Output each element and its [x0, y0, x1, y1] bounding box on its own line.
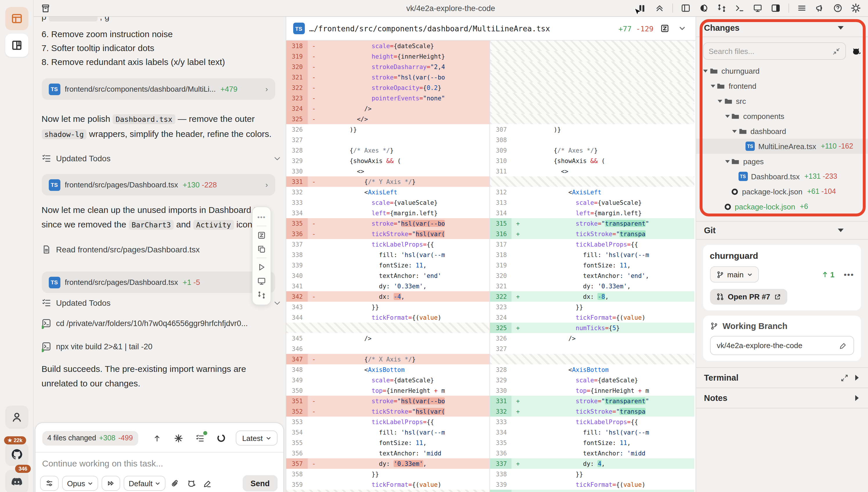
run-play-icon[interactable] [253, 260, 271, 274]
file-change-chip[interactable]: TSfrontend/src/pages/Dashboard.tsx+1 -5 [42, 272, 275, 293]
fast-forward-button[interactable] [101, 476, 120, 491]
kanban-board-button[interactable] [5, 34, 28, 57]
tree-folder-src[interactable]: src [696, 93, 868, 108]
updated-todos-row[interactable]: Updated Todos [42, 296, 281, 309]
tree-label: frontend [729, 81, 756, 90]
diff-half-circle-icon[interactable] [699, 3, 709, 13]
open-pr-button[interactable]: Open PR #7 [710, 289, 788, 304]
branch-dropdown[interactable]: main [710, 266, 758, 282]
edit-pencil-icon[interactable] [839, 341, 847, 349]
diff-marker [307, 187, 320, 197]
read-file-row[interactable]: Read frontend/src/pages/Dashboard.tsx [42, 244, 277, 255]
collapse-chevron-icon[interactable] [676, 22, 688, 35]
expand-triangle-icon[interactable] [855, 395, 859, 401]
file-change-chip[interactable]: TSfrontend/src/components/dashboard/Mult… [42, 78, 275, 100]
terminal-prompt-icon[interactable] [734, 3, 745, 13]
terminal-command-row[interactable]: npx vite build 2>&1 | tail -20 [42, 341, 277, 352]
diff-code-row: 320- strokeDasharray="2,4 [286, 62, 489, 72]
changes-section-header[interactable]: Changes [696, 19, 868, 36]
message-input[interactable]: Continue working on this task... [42, 458, 276, 468]
tree-caret-icon[interactable] [709, 84, 717, 87]
tree-file-Dashboard.tsx[interactable]: TSDashboard.tsx+131 -233 [696, 169, 868, 184]
workspace-layout-button[interactable] [5, 7, 28, 30]
settings-sliders-button[interactable] [40, 476, 58, 491]
expand-icon[interactable] [841, 374, 848, 382]
diff-marker [512, 417, 524, 427]
diff-editor-icon[interactable] [658, 22, 671, 35]
todos-status-icon[interactable] [193, 432, 206, 444]
commits-ahead[interactable]: 1 [822, 270, 834, 279]
code-line: fill: 'hsl(var(--m [320, 427, 445, 438]
megaphone-icon[interactable] [815, 3, 825, 13]
line-number: 352 [286, 406, 307, 417]
expand-triangle-icon[interactable] [855, 375, 859, 380]
more-dots-icon[interactable]: ••• [844, 270, 854, 279]
cat-filter-icon[interactable] [851, 46, 861, 56]
tree-file-package-lock.json[interactable]: package-lock.json+6 [696, 199, 868, 214]
diff-old-pane[interactable]: 318- scale={dateScale}319- height={inner… [286, 41, 490, 492]
diff-marker [512, 270, 524, 281]
settings-gear-icon[interactable] [850, 3, 861, 13]
code-line: {showAxis && ( [524, 155, 605, 166]
send-button[interactable]: Send [243, 475, 277, 491]
git-compare-icon[interactable] [717, 3, 727, 13]
monitor-icon[interactable] [253, 274, 271, 288]
file-search-box[interactable] [703, 42, 846, 60]
tree-caret-icon[interactable] [731, 130, 738, 132]
tree-caret-icon[interactable] [716, 99, 724, 102]
spark-burst-icon[interactable] [172, 432, 185, 444]
search-input[interactable] [709, 47, 832, 55]
tree-label: components [743, 112, 784, 120]
help-icon[interactable] [832, 3, 843, 13]
file-change-chip[interactable]: TSfrontend/src/pages/Dashboard.tsx+130 -… [42, 174, 275, 196]
diff-new-pane[interactable]: 307 )}308309 {/* Axes */}310 {showAxis &… [490, 41, 694, 492]
tree-caret-icon[interactable] [723, 115, 731, 118]
github-button[interactable]: ★ 22k [5, 443, 28, 466]
tree-caret-icon[interactable] [702, 69, 709, 72]
collapse-up-icon[interactable] [654, 3, 665, 13]
tree-label: Dashboard.tsx [751, 172, 800, 181]
status-green-dot [42, 325, 44, 329]
copy-icon[interactable] [253, 242, 271, 256]
code-line: textAnchor: 'midd [320, 448, 441, 458]
diff-gap-row [490, 114, 694, 124]
tree-folder-frontend[interactable]: frontend [696, 78, 868, 93]
collapse-tree-icon[interactable] [832, 47, 840, 55]
panel-left-icon[interactable] [680, 3, 691, 13]
mode-dropdown[interactable]: Default [123, 476, 165, 491]
files-changed-chip[interactable]: 4 files changed +308 -499 [42, 431, 138, 445]
tree-file-package-lock.json[interactable]: package-lock.json+61 -104 [696, 184, 868, 199]
diff-marker [512, 302, 524, 312]
tree-file-MultiLineArea.tsx[interactable]: TSMultiLineArea.tsx+110 -162 [696, 139, 868, 154]
diff-editor-icon[interactable] [253, 228, 271, 242]
composer: 4 files changed +308 -499 [34, 422, 284, 492]
latest-dropdown[interactable]: Latest [236, 430, 277, 446]
discord-button[interactable]: 346 [5, 470, 28, 492]
tree-folder-churnguard[interactable]: churnguard [696, 63, 868, 78]
attach-paperclip-icon[interactable] [169, 477, 182, 490]
model-dropdown[interactable]: Opus [62, 476, 98, 491]
notes-section-header[interactable]: Notes [696, 388, 868, 408]
cat-agent-icon[interactable] [185, 477, 198, 490]
updated-todos-row[interactable]: Updated Todos [42, 152, 281, 165]
code-line: <> [524, 166, 568, 176]
text-run: and [174, 219, 193, 229]
git-section-header[interactable]: Git [696, 222, 868, 239]
monitor-icon[interactable] [752, 3, 763, 13]
archive-tray-icon[interactable] [40, 3, 51, 13]
diff-code-row: 338 fill: 'hsl(var(--m [286, 249, 489, 260]
tree-caret-icon[interactable] [723, 160, 731, 163]
tree-folder-components[interactable]: components [696, 108, 868, 124]
tree-folder-pages[interactable]: pages [696, 154, 868, 169]
git-compare-icon[interactable] [253, 288, 271, 302]
pen-icon[interactable] [202, 477, 214, 490]
account-button[interactable] [5, 405, 28, 429]
menu-icon[interactable] [797, 3, 807, 13]
terminal-command-row[interactable]: cd /private/var/folders/10/h7w0q46556ggr… [42, 317, 277, 329]
working-branch-field[interactable]: vk/4e2a-explore-the-code [710, 336, 854, 355]
tree-folder-dashboard[interactable]: dashboard [696, 124, 868, 139]
panel-right-filled-icon[interactable] [771, 3, 781, 13]
more-dots-icon[interactable]: ••• [253, 210, 271, 224]
scroll-up-icon[interactable] [150, 432, 163, 444]
terminal-section-header[interactable]: Terminal [696, 368, 868, 388]
